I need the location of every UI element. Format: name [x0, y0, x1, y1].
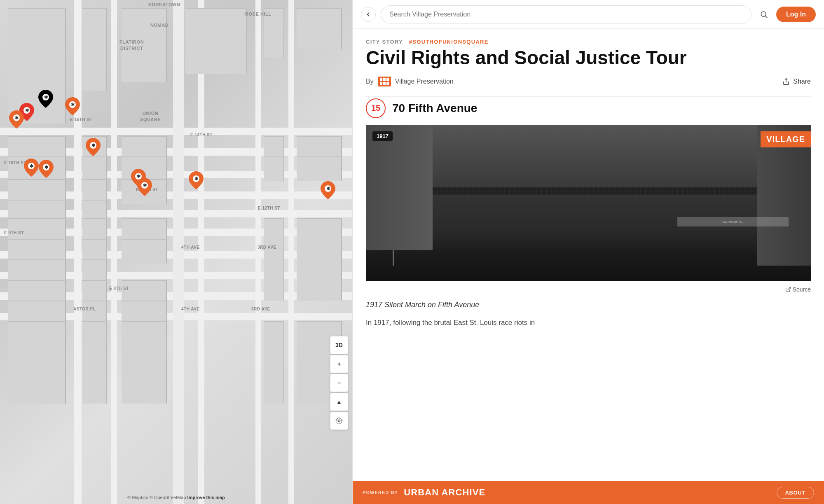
map-label-e14: E 14th St	[190, 133, 213, 137]
hashtag-label[interactable]: #SOUTHOFUNIONSQUARE	[409, 39, 489, 45]
compass-btn[interactable]: ▲	[330, 393, 348, 411]
author-logo	[378, 77, 391, 86]
svg-text:✱: ✱	[44, 95, 48, 100]
map-label-e10: E 10th St	[4, 161, 26, 165]
map-marker-2[interactable]: ✱	[9, 110, 24, 128]
body-text: In 1917, following the brutal East St. L…	[366, 317, 811, 328]
category-tag: CITY STORY #SOUTHOFUNIONSQUARE	[366, 39, 811, 45]
about-button[interactable]: ABOUT	[777, 487, 814, 499]
3d-toggle[interactable]: 3D	[330, 336, 348, 354]
map-marker-4[interactable]: ✱	[86, 138, 101, 156]
location-number: 15	[366, 98, 386, 118]
author-name[interactable]: Village Preservation	[395, 78, 454, 85]
map-controls: 3D + − ▲	[330, 336, 348, 430]
svg-text:✱: ✱	[44, 165, 49, 170]
map-label-e9: E 9th St	[4, 231, 24, 235]
panel-content: CITY STORY #SOUTHOFUNIONSQUARE Civil Rig…	[353, 29, 824, 481]
map-marker-9[interactable]: ✱	[189, 171, 204, 189]
location-btn[interactable]	[330, 412, 348, 430]
svg-text:✱: ✱	[25, 108, 29, 113]
back-button[interactable]	[361, 7, 376, 22]
source-row: Source	[366, 286, 811, 293]
map-marker-8[interactable]: ✱	[137, 178, 152, 196]
map-label-union-square: UNIONSQUARE	[140, 110, 161, 123]
map-panel: KOREATOWN NOMAD ROSE HILL FLATIRONDISTRI…	[0, 0, 352, 504]
svg-text:✱: ✱	[91, 143, 96, 148]
powered-by-label: POWERED BY	[363, 490, 398, 495]
svg-line-31	[787, 287, 790, 289]
map-label-4th-b: 4th Ave	[181, 307, 200, 311]
map-marker-3[interactable]: ✱	[65, 97, 80, 115]
zoom-in-btn[interactable]: +	[330, 355, 348, 373]
svg-text:✱: ✱	[30, 163, 34, 168]
map-label-3rd-b: 3rd Ave	[251, 307, 270, 311]
tour-title: Civil Rights and Social Justice Tour	[366, 47, 811, 68]
search-input[interactable]	[381, 5, 751, 23]
map-label-4th-a: 4th Ave	[181, 245, 200, 250]
photo-container: WE MOURN... 1917 VILLAGE	[366, 125, 811, 281]
improve-map-link[interactable]: Improve this map	[187, 495, 225, 500]
author-row: By Village Preservation Share	[366, 77, 811, 86]
map-label-nomad: NOMAD	[150, 23, 169, 28]
location-header: 15 70 Fifth Avenue	[366, 98, 811, 118]
share-label: Share	[793, 78, 811, 85]
zoom-out-btn[interactable]: −	[330, 374, 348, 392]
map-marker-5[interactable]: ✱	[24, 159, 39, 177]
map-label-flatiron: FLATIRONDISTRICT	[119, 39, 144, 52]
map-marker-6[interactable]: ✱	[39, 160, 54, 178]
svg-text:✱: ✱	[71, 102, 75, 107]
svg-point-28	[761, 12, 766, 16]
map-canvas	[0, 0, 352, 504]
svg-text:✱: ✱	[15, 115, 19, 120]
map-label-rosehill: ROSE HILL	[245, 12, 272, 16]
photo-caption: 1917 Silent March on Fifth Avenue	[366, 299, 811, 310]
svg-point-23	[336, 418, 342, 423]
map-attribution: © Mapbox © OpenStreetMap Improve this ma…	[127, 495, 225, 500]
photo-year-badge: 1917	[372, 131, 393, 141]
bottom-bar: POWERED BY URBAN ARCHIVE ABOUT	[353, 481, 824, 504]
location-name: 70 Fifth Avenue	[392, 102, 477, 115]
svg-line-29	[765, 16, 768, 18]
svg-text:✱: ✱	[326, 186, 330, 191]
map-marker-1[interactable]: ✱	[38, 90, 53, 108]
map-marker-10[interactable]: ✱	[321, 181, 335, 199]
village-badge: VILLAGE	[761, 131, 811, 147]
category-label: CITY STORY	[366, 39, 403, 45]
share-button[interactable]: Share	[782, 78, 811, 85]
svg-text:✱: ✱	[143, 183, 147, 188]
urban-archive-logo[interactable]: URBAN ARCHIVE	[404, 487, 485, 498]
map-label-astor: Astor Pl	[73, 307, 96, 311]
by-label: By	[366, 78, 374, 85]
source-label[interactable]: Source	[793, 286, 811, 293]
panel-header: Log In	[353, 0, 824, 29]
login-button[interactable]: Log In	[776, 7, 816, 22]
map-label-e15: E 15th St	[70, 117, 92, 122]
author-info: By Village Preservation	[366, 77, 454, 86]
search-button[interactable]	[756, 7, 771, 22]
detail-panel: Log In CITY STORY #SOUTHOFUNIONSQUARE Ci…	[352, 0, 824, 504]
svg-text:✱: ✱	[194, 176, 199, 181]
map-label-3rd-a: 3rd Ave	[258, 245, 276, 250]
map-label-e8: E 8th St	[109, 286, 129, 291]
map-label-e12: E 12th St	[258, 206, 280, 210]
svg-point-22	[338, 420, 340, 422]
map-label-koreatown: KOREATOWN	[148, 2, 180, 7]
